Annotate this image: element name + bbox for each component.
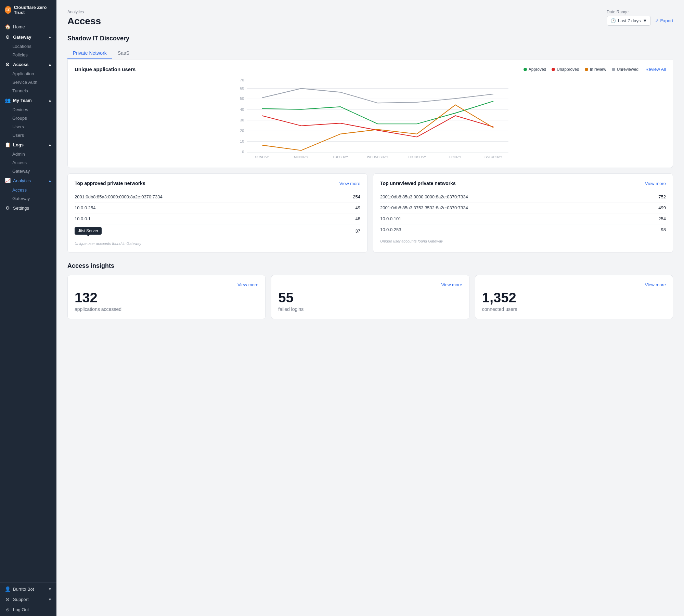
chart-controls: Approved Unapproved In review Unrev [524,67,666,72]
sidebar-item-gateway-log[interactable]: Gateway [0,167,56,175]
insight-card-connected-users: View more 1,352 connected users [475,275,673,319]
sidebar-item-locations[interactable]: Locations [0,42,56,51]
sidebar-item-analytics[interactable]: 📈 Analytics ▲ [0,175,56,186]
tab-saas[interactable]: SaaS [112,48,135,59]
insight-label-connected-users: connected users [482,306,666,312]
top-unreviewed-card: Top unreviewed private networks View mor… [373,173,673,253]
logout-icon: ⎋ [5,607,10,612]
access-insights-section: Access insights View more 132 applicatio… [67,262,673,319]
sidebar-item-gateway[interactable]: ⊙ Gateway ▲ [0,32,56,42]
gateway-icon: ⊙ [5,34,10,40]
access-icon: ⊙ [5,62,10,67]
sidebar-item-logout[interactable]: ⎋ Log Out [0,604,56,615]
svg-text:SATURDAY: SATURDAY [485,155,502,159]
insight-view-more-applications[interactable]: View more [237,282,258,287]
legend-in-review: In review [585,67,606,72]
unreviewed-line [262,89,493,103]
breadcrumb: Analytics [67,10,101,14]
page-header: Analytics Access Date Range 🕐 Last 7 day… [67,10,673,27]
sidebar-item-tunnels[interactable]: Tunnels [0,87,56,95]
sidebar-item-gateway-analytics[interactable]: Gateway [0,194,56,203]
legend-unreviewed: Unreviewed [612,67,638,72]
chevron-up-icon: ▲ [48,179,52,183]
sidebar-item-users1[interactable]: Users [0,122,56,131]
sidebar-item-label: My Team [13,98,32,103]
insight-card-applications: View more 132 applications accessed [67,275,266,319]
shadow-it-title: Shadow IT Discovery [67,35,673,42]
review-all-button[interactable]: Review All [645,67,666,72]
insights-title: Access insights [67,262,673,270]
approved-row-2: 10.0.0.254 49 [75,202,360,213]
clock-icon: 🕐 [610,18,616,23]
unreviewed-view-more[interactable]: View more [645,181,666,186]
sidebar-item-logs[interactable]: 📋 Logs ▲ [0,140,56,150]
sidebar: CF Cloudflare Zero Trust 🏠 Home ⊙ Gatewa… [0,0,56,616]
sidebar-item-service-auth[interactable]: Service Auth [0,78,56,87]
chevron-down-icon: ▼ [643,18,647,23]
svg-text:30: 30 [240,118,244,122]
logo-text: Cloudflare Zero Trust [14,5,52,15]
sidebar-item-burrito-bot[interactable]: 👤 Burrito Bot ▼ [0,584,56,594]
insight-card-top: View more [278,282,462,287]
legend-dot-in-review [585,68,588,71]
line-chart-svg: 0 10 20 30 40 50 60 70 SUNDAY MONDAY TUE… [75,78,666,160]
svg-text:10: 10 [240,139,244,143]
svg-text:TUESDAY: TUESDAY [333,155,348,159]
shadow-it-section: Shadow IT Discovery Private Network SaaS… [67,35,673,168]
chart-legend: Approved Unapproved In review Unrev [524,67,638,72]
chart-area: 0 10 20 30 40 50 60 70 SUNDAY MONDAY TUE… [75,78,666,161]
sidebar-item-users2[interactable]: Users [0,131,56,140]
sidebar-item-settings[interactable]: ⚙ Settings [0,203,56,213]
page-title: Access [67,16,101,27]
approved-card-header: Top approved private networks View more [75,181,360,186]
approved-line [262,101,493,124]
sidebar-item-admin-log[interactable]: Admin [0,150,56,158]
sidebar-item-label: Logs [13,142,24,147]
insight-label-failed-logins: failed logins [278,306,462,312]
insight-card-top: View more [482,282,666,287]
sidebar-item-my-team[interactable]: 👥 My Team ▲ [0,95,56,105]
sidebar-item-access[interactable]: ⊙ Access ▲ [0,59,56,69]
tab-private-network[interactable]: Private Network [67,48,112,59]
jitsi-tooltip: Jitsi Server [75,227,102,235]
sidebar-item-label: Analytics [13,178,31,183]
user-icon: 👤 [5,586,10,592]
insight-view-more-failed-logins[interactable]: View more [441,282,462,287]
sidebar-item-label: Gateway [13,35,31,40]
unreviewed-card-title: Top unreviewed private networks [380,181,456,186]
insight-card-failed-logins: View more 55 failed logins [271,275,469,319]
unreviewed-footer: Unique user accounts found Gateway [380,239,666,243]
insight-number-applications: 132 [75,290,258,305]
approved-rows: 2001:0db8:85a3:0000:0000:8a2e:0370:7334 … [75,192,360,237]
svg-text:50: 50 [240,96,244,101]
sidebar-nav: 🏠 Home ⊙ Gateway ▲ Locations Policies ⊙ … [0,20,56,214]
chart-title: Unique application users [75,66,135,72]
sidebar-item-devices[interactable]: Devices [0,105,56,114]
sidebar-item-support[interactable]: ⊙ Support ▼ [0,594,56,604]
export-button[interactable]: ↗ Export [655,18,673,23]
unreviewed-row-1: 2001:0db8:85a3:0000:0000:8a2e:0370:7334 … [380,192,666,202]
team-icon: 👥 [5,97,10,103]
date-range-value: Last 7 days [618,18,641,23]
settings-icon: ⚙ [5,205,10,211]
date-range-select[interactable]: 🕐 Last 7 days ▼ [607,16,651,26]
sidebar-item-access-log[interactable]: Access [0,158,56,167]
sidebar-item-home[interactable]: 🏠 Home [0,22,56,32]
chart-card: Unique application users Approved Unappr… [67,59,673,168]
legend-dot-approved [524,68,527,71]
sidebar-item-application[interactable]: Application [0,69,56,78]
sidebar-item-groups[interactable]: Groups [0,114,56,122]
unreviewed-row-4: 10.0.0.253 98 [380,224,666,235]
insight-view-more-connected-users[interactable]: View more [645,282,666,287]
unreviewed-row-3: 10.0.0.101 254 [380,213,666,224]
sidebar-item-policies[interactable]: Policies [0,51,56,59]
svg-text:60: 60 [240,86,244,90]
approved-view-more[interactable]: View more [339,181,360,186]
sidebar-item-label: Log Out [13,607,29,612]
export-icon: ↗ [655,18,659,23]
approved-card-title: Top approved private networks [75,181,145,186]
sidebar-item-access-analytics[interactable]: Access [0,186,56,194]
logs-icon: 📋 [5,142,10,147]
top-approved-card: Top approved private networks View more … [67,173,367,253]
chevron-down-icon: ▼ [48,587,52,591]
